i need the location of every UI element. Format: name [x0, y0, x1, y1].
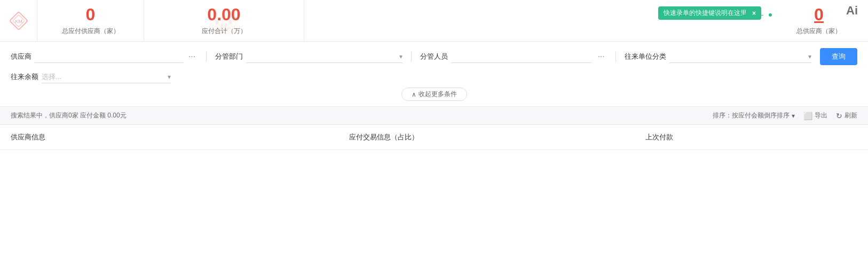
divider-3 — [616, 51, 616, 62]
person-label: 分管人员 — [420, 52, 448, 61]
export-label: 导出 — [815, 111, 827, 120]
sort-chevron-icon: ▾ — [792, 112, 795, 120]
stat-total-suppliers-value: 0 — [86, 5, 96, 24]
diamond-logo-icon: KM — [7, 9, 30, 33]
balance-input-wrap: ▾ — [42, 70, 171, 83]
tooltip-text: 快速录单的快捷键说明在这里 — [664, 9, 747, 18]
stat-total-suppliers: 0 总应付供应商（家） — [37, 0, 144, 41]
table-body — [0, 150, 868, 275]
supplier-input[interactable] — [35, 50, 183, 63]
col-header-supplier: 供应商信息 — [11, 132, 349, 142]
sort-select[interactable]: 排序：按应付会额倒序排序 ▾ — [713, 111, 795, 120]
filter-row-1: 供应商 ··· 分管部门 ▾ 分管人员 ··· 往来单 — [11, 48, 857, 65]
unit-class-chevron-icon: ▾ — [808, 53, 811, 60]
stat-total-vendor-area: 快速录单的快捷键说明在这里 × 0 总供应商（家） — [304, 0, 868, 41]
unit-class-input[interactable] — [669, 50, 811, 63]
stat-middle-icon: 🐷 0.00 应付合计（万） — [144, 0, 304, 41]
refresh-label: 刷新 — [845, 111, 857, 120]
filter-dept-field: 分管部门 ▾ — [215, 50, 402, 63]
tooltip-connector — [742, 12, 773, 18]
stat-total-vendor: 0 总供应商（家） — [796, 5, 841, 35]
col-header-transaction: 应付交易信息（占比） — [349, 132, 645, 142]
collapse-bar: ∧ 收起更多条件 — [11, 83, 857, 106]
person-more-btn[interactable]: ··· — [595, 52, 606, 61]
query-button[interactable]: 查询 — [820, 48, 857, 65]
dept-label: 分管部门 — [215, 52, 243, 61]
unit-class-input-wrap: ▾ — [669, 50, 811, 63]
collapse-button[interactable]: ∧ 收起更多条件 — [401, 88, 467, 101]
sort-label: 排序：按应付会额倒序排序 — [713, 111, 790, 120]
table-header: 供应商信息 应付交易信息（占比） 上次付款 — [0, 125, 868, 150]
results-info-text: 搜索结果中，供应商0家 应付金额 0.00元 — [11, 111, 127, 120]
stat-total-suppliers-label: 总应付供应商（家） — [62, 27, 120, 36]
filter-person-field: 分管人员 ··· — [420, 50, 607, 63]
divider-2 — [411, 51, 412, 62]
collapse-up-icon: ∧ — [412, 91, 416, 98]
svg-text:KM: KM — [15, 19, 22, 24]
person-input-wrap — [451, 50, 593, 63]
balance-input[interactable] — [42, 70, 171, 83]
tooltip-dot-icon — [768, 12, 773, 18]
export-icon: ⬜ — [803, 112, 812, 120]
balance-chevron-icon: ▾ — [168, 73, 171, 81]
col-header-lastpay: 上次付款 — [645, 132, 857, 142]
supplier-input-wrap — [35, 50, 183, 63]
stats-bar: KM 0 总应付供应商（家） 🐷 0.00 应付合计（万） 快速录单的快捷键说明… — [0, 0, 868, 42]
refresh-icon: ↻ — [836, 112, 842, 120]
export-button[interactable]: ⬜ 导出 — [803, 111, 827, 120]
filter-supplier-field: 供应商 ··· — [11, 50, 198, 63]
ai-label-area: Ai — [836, 0, 868, 21]
supplier-more-btn[interactable]: ··· — [186, 52, 198, 61]
ai-label: Ai — [846, 4, 858, 18]
supplier-label: 供应商 — [11, 52, 31, 61]
piggy-icon: 🐷 — [207, 4, 241, 37]
stat-total-vendor-value: 0 — [814, 5, 824, 24]
results-actions: 排序：按应付会额倒序排序 ▾ ⬜ 导出 ↻ 刷新 — [713, 111, 857, 120]
refresh-button[interactable]: ↻ 刷新 — [836, 111, 857, 120]
dept-chevron-icon: ▾ — [399, 53, 403, 60]
filter-balance-field: 往来余额 ▾ — [11, 70, 171, 83]
dept-input-wrap: ▾ — [246, 50, 402, 63]
divider-1 — [206, 51, 207, 62]
results-bar: 搜索结果中，供应商0家 应付金额 0.00元 排序：按应付会额倒序排序 ▾ ⬜ … — [0, 107, 868, 125]
balance-label: 往来余额 — [11, 72, 38, 82]
stat-total-vendor-label: 总供应商（家） — [796, 27, 841, 36]
logo-area: KM — [0, 0, 37, 41]
filter-row-2: 往来余额 ▾ — [11, 70, 857, 83]
dept-input[interactable] — [246, 50, 402, 63]
filter-bar: 供应商 ··· 分管部门 ▾ 分管人员 ··· 往来单 — [0, 42, 868, 107]
filter-unit-class-field: 往来单位分类 ▾ — [625, 50, 811, 63]
collapse-label: 收起更多条件 — [419, 90, 457, 99]
unit-class-label: 往来单位分类 — [625, 52, 666, 61]
person-input[interactable] — [451, 50, 593, 63]
